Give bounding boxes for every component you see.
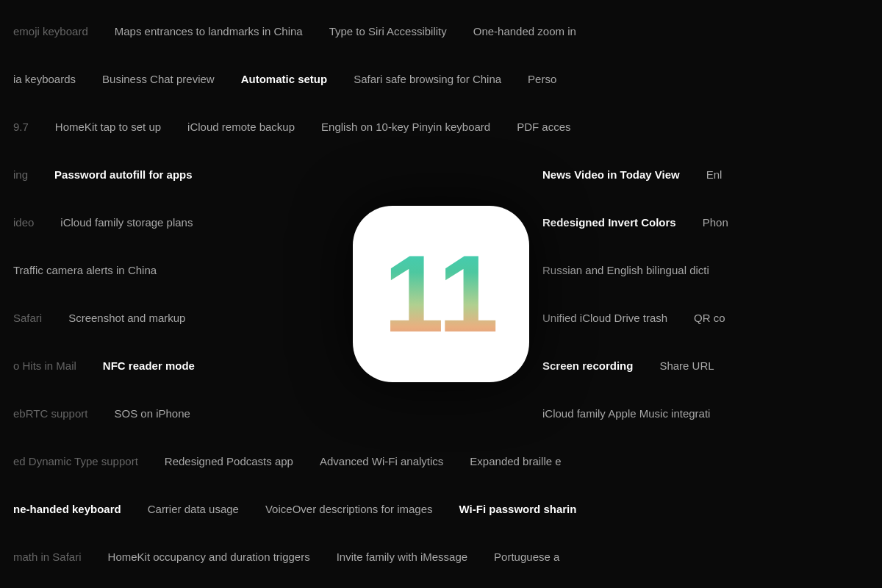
feature-item: o Hits in Mail	[0, 359, 90, 372]
feature-row-11: math in SafariHomeKit occupancy and dura…	[0, 551, 882, 563]
feature-item: iCloud family storage plans	[47, 216, 206, 229]
feature-item: Share URL	[646, 359, 727, 372]
feature-item: ideo	[0, 216, 47, 229]
feature-item: ne-handed keyboard	[0, 503, 135, 515]
feature-row-9: ed Dynamic Type supportRedesigned Podcas…	[0, 455, 882, 467]
feature-item: Password autofill for apps	[41, 168, 206, 181]
feature-item: HomeKit tap to set up	[42, 121, 174, 133]
feature-item: Type to Siri Accessibility	[316, 25, 460, 37]
feature-item: Unified iCloud Drive trash	[529, 312, 681, 324]
feature-item: 9.7	[0, 121, 42, 133]
feature-item: HomeKit occupancy and duration triggers	[95, 551, 323, 563]
feature-item: Invite family with iMessage	[323, 551, 481, 563]
feature-item: Automatic setup	[228, 73, 341, 85]
feature-row-1: ia keyboardsBusiness Chat previewAutomat…	[0, 73, 882, 85]
feature-item: ebRTC support	[0, 407, 101, 420]
feature-item: iCloud remote backup	[174, 121, 308, 133]
feature-item: NFC reader mode	[90, 359, 208, 372]
feature-row-0: emoji keyboardMaps entrances to landmark…	[0, 25, 882, 37]
logo-background: 11	[353, 206, 529, 382]
feature-item: Carrier data usage	[135, 503, 252, 515]
feature-item: Portuguese a	[481, 551, 573, 563]
feature-item: emoji keyboard	[0, 25, 101, 37]
feature-item: Wi-Fi password sharin	[446, 503, 590, 515]
feature-item: One-handed zoom in	[460, 25, 589, 37]
feature-item: Redesigned Invert Colors	[529, 216, 689, 229]
feature-item: Maps entrances to landmarks in China	[101, 25, 316, 37]
logo-number: 11	[384, 240, 499, 348]
feature-item: Screenshot and markup	[55, 312, 198, 324]
feature-item: PDF acces	[503, 121, 584, 133]
feature-item: QR co	[681, 312, 739, 324]
feature-item: VoiceOver descriptions for images	[252, 503, 446, 515]
feature-item: English on 10-key Pinyin keyboard	[308, 121, 503, 133]
feature-item: Safari	[0, 312, 55, 324]
feature-item: Redesigned Podcasts app	[151, 455, 306, 467]
feature-item: ed Dynamic Type support	[0, 455, 151, 467]
feature-row-2: 9.7HomeKit tap to set upiCloud remote ba…	[0, 121, 882, 133]
feature-item: Phon	[689, 216, 742, 229]
feature-item: Advanced Wi-Fi analytics	[306, 455, 456, 467]
feature-item: Perso	[514, 73, 570, 85]
feature-item: SOS on iPhone	[101, 407, 203, 420]
ios-logo: 11	[353, 206, 529, 382]
feature-item: Russian and English bilingual dicti	[529, 264, 723, 276]
feature-item: Traffic camera alerts in China	[0, 264, 170, 276]
feature-item: Business Chat preview	[89, 73, 228, 85]
feature-item: math in Safari	[0, 551, 95, 563]
feature-item: Enl	[693, 168, 736, 181]
feature-item: Screen recording	[529, 359, 646, 372]
feature-item: Safari safe browsing for China	[340, 73, 514, 85]
feature-row-8: ebRTC supportSOS on iPhoneiCloud family …	[0, 407, 882, 420]
feature-item: ing	[0, 168, 41, 181]
feature-item: iCloud family Apple Music integrati	[529, 407, 723, 420]
feature-item: Expanded braille e	[456, 455, 574, 467]
feature-item: ia keyboards	[0, 73, 89, 85]
feature-item: News Video in Today View	[529, 168, 693, 181]
feature-row-3: ingPassword autofill for appsNews Video …	[0, 168, 882, 181]
feature-row-10: ne-handed keyboardCarrier data usageVoic…	[0, 503, 882, 515]
